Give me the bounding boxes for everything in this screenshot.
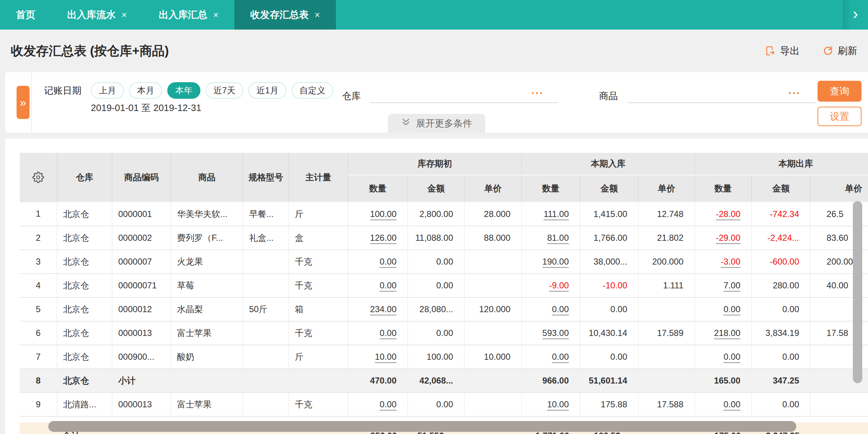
product-input[interactable]: ••• bbox=[627, 87, 815, 103]
value-cell[interactable]: 0.00 bbox=[522, 297, 580, 321]
date-option-上月[interactable]: 上月 bbox=[91, 82, 124, 99]
value: 0.00 bbox=[436, 280, 453, 290]
drill-down-value[interactable]: -3.00 bbox=[721, 257, 740, 268]
value-cell[interactable]: 218.00 bbox=[695, 321, 752, 345]
sub-header-amount[interactable]: 金额 bbox=[408, 175, 464, 202]
sub-header-price[interactable]: 单价 bbox=[464, 175, 522, 202]
warehouse-picker-icon[interactable]: ••• bbox=[532, 89, 544, 97]
horizontal-scrollbar[interactable] bbox=[48, 421, 796, 432]
export-button[interactable]: 导出 bbox=[765, 44, 800, 57]
sub-header-price[interactable]: 单价 bbox=[638, 175, 695, 202]
drill-down-value[interactable]: -9.00 bbox=[549, 280, 569, 292]
value-cell[interactable]: 593.00 bbox=[522, 321, 580, 345]
value-cell: 0.00 bbox=[408, 274, 464, 297]
value-cell[interactable]: 190.00 bbox=[522, 250, 580, 274]
drill-down-value[interactable]: 100.00 bbox=[370, 209, 397, 220]
column-header-spec[interactable]: 规格型号 bbox=[243, 153, 289, 202]
value-cell[interactable]: 10.00 bbox=[348, 345, 408, 369]
settings-button[interactable]: 设置 bbox=[818, 107, 862, 126]
value-cell[interactable]: 0.00 bbox=[695, 345, 752, 369]
warehouse-input[interactable]: ••• bbox=[370, 87, 558, 103]
value-cell[interactable]: -29.00 bbox=[695, 226, 752, 250]
drill-down-value[interactable]: 10.00 bbox=[547, 399, 569, 411]
drill-down-value[interactable]: 593.00 bbox=[542, 328, 569, 339]
tab-出入库汇总[interactable]: 出入库汇总× bbox=[143, 0, 234, 30]
column-header-warehouse[interactable]: 仓库 bbox=[57, 153, 112, 202]
drill-down-value[interactable]: 190.00 bbox=[542, 257, 569, 268]
drill-down-value[interactable]: 7.00 bbox=[723, 280, 740, 292]
close-icon[interactable]: × bbox=[213, 10, 218, 19]
close-icon[interactable]: × bbox=[121, 10, 127, 19]
value-cell[interactable]: 100.00 bbox=[348, 202, 408, 226]
drill-down-value[interactable]: 81.00 bbox=[547, 233, 569, 244]
vertical-scrollbar[interactable] bbox=[853, 201, 862, 383]
value: 2,800.00 bbox=[420, 209, 453, 219]
drill-down-value[interactable]: 0.00 bbox=[380, 328, 397, 339]
row-number: 6 bbox=[20, 321, 57, 345]
value-cell[interactable]: 0.00 bbox=[695, 393, 752, 416]
drill-down-value[interactable]: 0.00 bbox=[552, 304, 569, 315]
value-cell[interactable]: -28.00 bbox=[695, 202, 752, 226]
sub-header-qty[interactable]: 数量 bbox=[522, 175, 580, 202]
drill-down-value[interactable]: 0.00 bbox=[380, 399, 397, 411]
drill-down-value[interactable]: 0.00 bbox=[380, 280, 397, 292]
tab-收发存汇总表[interactable]: 收发存汇总表× bbox=[234, 0, 336, 30]
tab-首页[interactable]: 首页 bbox=[0, 0, 51, 30]
value-cell[interactable]: 10.00 bbox=[522, 393, 580, 416]
drill-down-value[interactable]: 0.00 bbox=[723, 399, 740, 411]
expand-sidebar-button[interactable]: » bbox=[17, 86, 30, 119]
refresh-button[interactable]: 刷新 bbox=[823, 44, 857, 57]
value: 966.00 bbox=[542, 376, 569, 385]
value-cell[interactable]: 0.00 bbox=[348, 393, 408, 416]
column-header-code[interactable]: 商品编码 bbox=[112, 153, 171, 202]
drill-down-value[interactable]: 0.00 bbox=[723, 304, 740, 315]
date-option-本月[interactable]: 本月 bbox=[129, 82, 162, 99]
drill-down-value[interactable]: 0.00 bbox=[552, 352, 569, 363]
date-option-本年[interactable]: 本年 bbox=[167, 82, 200, 99]
drill-down-value[interactable]: 126.00 bbox=[370, 233, 397, 244]
tab-出入库流水[interactable]: 出入库流水× bbox=[51, 0, 143, 30]
drill-down-value[interactable]: -29.00 bbox=[716, 233, 740, 244]
value-cell[interactable]: 7.00 bbox=[695, 274, 752, 297]
value-cell[interactable]: 0.00 bbox=[695, 297, 752, 321]
sub-header-qty[interactable]: 数量 bbox=[695, 175, 752, 202]
drill-down-value[interactable]: 111.00 bbox=[544, 209, 569, 220]
value-cell[interactable]: 234.00 bbox=[348, 297, 408, 321]
value-cell[interactable]: 81.00 bbox=[522, 226, 580, 250]
tab-overflow-button[interactable]: › bbox=[843, 0, 868, 30]
sub-header-amount[interactable]: 金额 bbox=[580, 175, 638, 202]
sub-header-qty[interactable]: 数量 bbox=[348, 175, 408, 202]
date-range-value[interactable]: 2019-01-01 至 2019-12-31 bbox=[91, 102, 333, 114]
sub-header-amount[interactable]: 金额 bbox=[752, 175, 810, 202]
value-cell[interactable]: 0.00 bbox=[522, 345, 580, 369]
drill-down-value[interactable]: 0.00 bbox=[723, 352, 740, 363]
value-cell[interactable]: 0.00 bbox=[348, 321, 408, 345]
column-settings-button[interactable] bbox=[20, 153, 57, 202]
close-icon[interactable]: × bbox=[314, 10, 320, 19]
value-cell[interactable]: -9.00 bbox=[522, 274, 580, 297]
value-cell[interactable]: 0.00 bbox=[348, 250, 408, 274]
drill-down-value[interactable]: 0.00 bbox=[380, 257, 397, 268]
cell-product: 华美华夫软... bbox=[171, 202, 243, 226]
drill-down-value[interactable]: 234.00 bbox=[370, 304, 397, 315]
value-cell[interactable]: 0.00 bbox=[348, 274, 408, 297]
value: 200.00 bbox=[827, 257, 853, 266]
drill-down-value[interactable]: -28.00 bbox=[716, 209, 740, 220]
value-cell: 200.000 bbox=[638, 250, 695, 274]
drill-down-value[interactable]: 10.00 bbox=[375, 352, 397, 363]
product-picker-icon[interactable]: ••• bbox=[789, 89, 801, 97]
drill-down-value[interactable]: 218.00 bbox=[714, 328, 740, 339]
sub-header-price[interactable]: 单价 bbox=[810, 175, 868, 202]
date-option-近1月[interactable]: 近1月 bbox=[248, 82, 286, 99]
date-option-近7天[interactable]: 近7天 bbox=[205, 82, 243, 99]
expand-more-button[interactable]: 展开更多条件 bbox=[388, 114, 485, 133]
value-cell[interactable]: -3.00 bbox=[695, 250, 752, 274]
column-header-unit[interactable]: 主计量 bbox=[289, 153, 348, 202]
date-option-自定义[interactable]: 自定义 bbox=[292, 82, 333, 99]
query-button[interactable]: 查询 bbox=[818, 81, 862, 102]
value-cell: 0.00 bbox=[752, 345, 810, 369]
column-header-product[interactable]: 商品 bbox=[171, 153, 243, 202]
cell-unit: 箱 bbox=[289, 297, 348, 321]
value-cell[interactable]: 111.00 bbox=[522, 202, 580, 226]
value-cell[interactable]: 126.00 bbox=[348, 226, 408, 250]
